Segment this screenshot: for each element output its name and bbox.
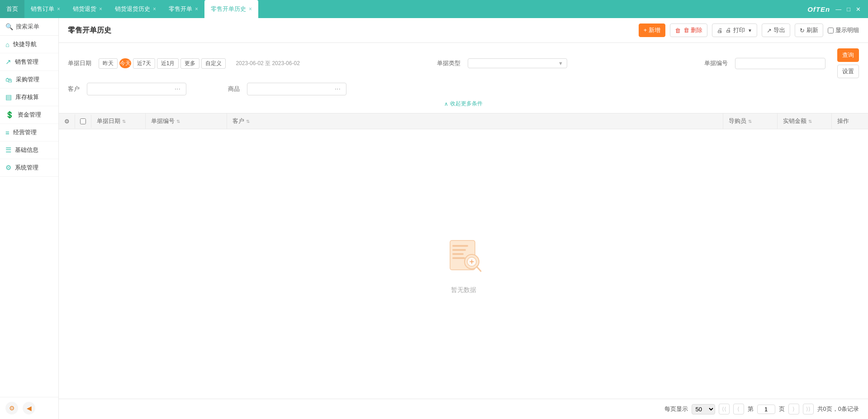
nav-tabs: 首页销售订单 ×销货退货 ×销货退货历史 ×零售开单 ×零售开单历史 × — [0, 0, 807, 18]
sidebar-item-purchase-mgmt[interactable]: 🛍采购管理 — [0, 71, 58, 89]
sidebar-label-business-mgmt: 经营管理 — [13, 128, 37, 137]
settings-gear-btn[interactable]: ⚙ — [5, 402, 18, 414]
date-7days-btn[interactable]: 近7天 — [133, 58, 155, 69]
customer-dots-icon: ··· — [173, 85, 182, 93]
purchase-mgmt-icon: 🛍 — [5, 76, 12, 84]
sidebar-item-system-mgmt[interactable]: ⚙系统管理 — [0, 159, 58, 177]
date-today-btn[interactable]: 今天 — [119, 58, 131, 68]
sidebar-item-finance-mgmt[interactable]: 💲资金管理 — [0, 106, 58, 124]
date-filter-label: 单据日期 — [68, 59, 91, 67]
page-size-select[interactable]: 50 100 200 — [692, 404, 715, 414]
page-header: 零售开单历史 + 新增 🗑 🗑 删除 🖨 🖨 打印 ▼ ↗ 导出 ↻ — [59, 18, 868, 43]
sidebar-item-basic-info[interactable]: ☰基础信息 — [0, 141, 58, 159]
th-checkbox[interactable] — [75, 115, 91, 128]
date-custom-btn[interactable]: 自定义 — [201, 58, 226, 69]
maximize-btn[interactable]: □ — [847, 6, 850, 13]
print-button[interactable]: 🖨 🖨 打印 ▼ — [712, 24, 757, 37]
table-area: ⚙ 单据日期 ⇅ 单据编号 ⇅ 客户 ⇅ 导购员 ⇅ — [59, 113, 868, 399]
basic-info-icon: ☰ — [5, 146, 11, 154]
page-number-input[interactable]: 1 — [757, 405, 775, 414]
nav-tab-retail-open-history[interactable]: 零售开单历史 × — [204, 0, 258, 18]
date-more-btn[interactable]: 更多 — [180, 58, 199, 69]
date-yesterday-btn[interactable]: 昨天 — [99, 58, 118, 69]
collapse-up-icon: ∧ — [444, 101, 448, 107]
tab-close-sales-return-history[interactable]: × — [153, 6, 156, 12]
first-page-btn[interactable]: ⟨⟨ — [719, 404, 730, 414]
nav-tab-sales-return[interactable]: 销货退货 × — [66, 0, 109, 18]
collapse-btn-row: ∧ 收起更多条件 — [68, 100, 859, 108]
customer-filter-input[interactable]: ··· — [87, 83, 186, 95]
amount-sort-icon: ⇅ — [808, 119, 812, 124]
minimize-btn[interactable]: — — [835, 6, 841, 13]
export-icon: ↗ — [767, 27, 772, 34]
table-header: ⚙ 单据日期 ⇅ 单据编号 ⇅ 客户 ⇅ 导购员 ⇅ — [59, 113, 868, 129]
delete-button[interactable]: 🗑 🗑 删除 — [670, 24, 708, 37]
type-filter-label: 单据类型 — [437, 59, 460, 67]
inventory-icon: ▤ — [5, 93, 12, 101]
sidebar-item-sales-mgmt[interactable]: ↗销售管理 — [0, 53, 58, 71]
svg-rect-4 — [452, 257, 465, 259]
content-area: 零售开单历史 + 新增 🗑 🗑 删除 🖨 🖨 打印 ▼ ↗ 导出 ↻ — [59, 18, 868, 419]
sidebar-item-quick-nav[interactable]: ⌂快捷导航 — [0, 36, 58, 53]
export-button[interactable]: ↗ 导出 — [762, 24, 790, 37]
print-dropdown-arrow: ▼ — [748, 28, 752, 33]
nav-tab-retail-open[interactable]: 零售开单 × — [162, 0, 204, 18]
sidebar-search[interactable]: 🔍 搜索采单 — [0, 18, 58, 36]
tab-close-retail-open[interactable]: × — [195, 6, 198, 12]
th-settings[interactable]: ⚙ — [59, 114, 75, 128]
goods-filter-input[interactable]: ··· — [247, 83, 346, 95]
collapse-btn[interactable]: ∧ 收起更多条件 — [68, 100, 859, 108]
refresh-button[interactable]: ↻ 刷新 — [795, 24, 823, 37]
num-filter-label: 单据编号 — [704, 59, 728, 67]
system-mgmt-icon: ⚙ — [5, 164, 11, 172]
last-page-btn[interactable]: ⟩⟩ — [803, 404, 814, 414]
sidebar: 🔍 搜索采单 ⌂快捷导航↗销售管理🛍采购管理▤库存核算💲资金管理≡经营管理☰基础… — [0, 18, 59, 419]
top-nav: 首页销售订单 ×销货退货 ×销货退货历史 ×零售开单 ×零售开单历史 × OfT… — [0, 0, 868, 18]
nav-tab-sales-return-history[interactable]: 销货退货历史 × — [109, 0, 162, 18]
next-page-btn[interactable]: ⟩ — [788, 404, 799, 414]
num-filter-input[interactable] — [735, 58, 825, 69]
th-guide[interactable]: 导购员 ⇅ — [723, 113, 778, 129]
toolbar: + 新增 🗑 🗑 删除 🖨 🖨 打印 ▼ ↗ 导出 ↻ 刷新 — [639, 24, 859, 37]
sidebar-label-quick-nav: 快捷导航 — [13, 40, 37, 48]
print-icon: 🖨 — [717, 27, 723, 34]
finance-mgmt-icon: 💲 — [5, 111, 14, 119]
select-all-checkbox[interactable] — [80, 118, 86, 124]
date-1month-btn[interactable]: 近1月 — [157, 58, 179, 69]
filter-row-2: 客户 ··· 商品 ··· — [68, 83, 859, 95]
settings-button[interactable]: 设置 — [837, 65, 859, 78]
svg-line-7 — [477, 267, 481, 271]
nav-tab-sales-order[interactable]: 销售订单 × — [24, 0, 66, 18]
customer-filter-label: 客户 — [68, 85, 80, 93]
sidebar-label-purchase-mgmt: 采购管理 — [16, 75, 39, 84]
tab-close-sales-return[interactable]: × — [99, 6, 102, 12]
show-detail-checkbox[interactable]: 显示明细 — [828, 26, 859, 34]
sidebar-item-business-mgmt[interactable]: ≡经营管理 — [0, 124, 58, 141]
tab-close-sales-order[interactable]: × — [57, 6, 60, 12]
page-label: 第 — [748, 405, 754, 413]
close-btn[interactable]: ✕ — [856, 6, 861, 13]
prev-page-btn[interactable]: ⟨ — [733, 404, 744, 414]
sidebar-label-finance-mgmt: 资金管理 — [18, 111, 41, 119]
th-customer[interactable]: 客户 ⇅ — [227, 113, 723, 129]
pagination: 每页显示 50 100 200 ⟨⟨ ⟨ 第 1 页 ⟩ ⟩⟩ 共0页，0条记录 — [59, 399, 868, 419]
collapse-sidebar-btn[interactable]: ◀ — [23, 402, 35, 414]
filter-area: 单据日期 昨天 今天 近7天 近1月 更多 自定义 2023-06-02 至 2… — [59, 43, 868, 113]
show-detail-input[interactable] — [828, 28, 834, 33]
total-info: 共0页，0条记录 — [817, 405, 859, 413]
th-amount[interactable]: 实销金额 ⇅ — [778, 113, 832, 129]
top-nav-right: OfTEn — □ ✕ — [807, 5, 868, 13]
sidebar-item-inventory[interactable]: ▤库存核算 — [0, 89, 58, 106]
type-filter-select[interactable]: ▼ — [468, 58, 567, 68]
empty-illustration — [441, 234, 486, 279]
query-button[interactable]: 查询 — [837, 48, 859, 62]
th-num[interactable]: 单据编号 ⇅ — [146, 113, 227, 129]
th-date[interactable]: 单据日期 ⇅ — [91, 113, 146, 129]
tab-close-retail-open-history[interactable]: × — [249, 6, 252, 12]
refresh-icon: ↻ — [800, 27, 805, 34]
add-button[interactable]: + 新增 — [639, 24, 665, 37]
nav-tab-home[interactable]: 首页 — [0, 0, 24, 18]
sidebar-bottom: ⚙ ◀ — [0, 397, 58, 419]
sidebar-label-system-mgmt: 系统管理 — [15, 164, 38, 172]
main-layout: 🔍 搜索采单 ⌂快捷导航↗销售管理🛍采购管理▤库存核算💲资金管理≡经营管理☰基础… — [0, 18, 868, 419]
